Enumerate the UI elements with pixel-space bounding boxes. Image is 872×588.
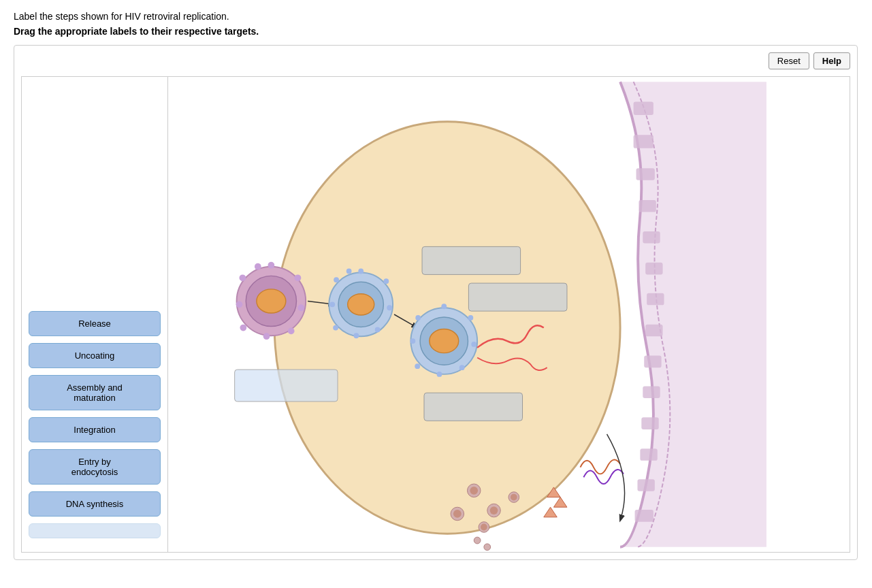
svg-point-31: [348, 294, 374, 315]
svg-rect-70: [235, 370, 338, 402]
svg-point-52: [415, 315, 421, 321]
svg-point-20: [295, 274, 302, 281]
svg-point-23: [263, 333, 270, 340]
svg-point-38: [329, 301, 335, 307]
label-uncoating[interactable]: Uncoating: [29, 343, 161, 368]
svg-rect-8: [647, 293, 664, 306]
reset-button[interactable]: Reset: [769, 52, 809, 69]
svg-point-32: [358, 269, 364, 274]
svg-point-34: [387, 305, 392, 310]
svg-point-35: [375, 327, 381, 333]
label-integration[interactable]: Integration: [29, 417, 161, 442]
svg-rect-14: [637, 479, 654, 491]
inner-container: Release Uncoating Assembly andmaturation…: [21, 76, 850, 553]
svg-point-22: [288, 328, 295, 335]
svg-point-36: [353, 333, 359, 338]
svg-point-60: [511, 494, 517, 501]
svg-point-24: [240, 325, 246, 331]
svg-marker-66: [553, 497, 567, 508]
svg-point-39: [334, 277, 339, 282]
svg-rect-13: [640, 448, 657, 461]
instruction-line2: Drag the appropriate labels to their res…: [14, 26, 858, 37]
svg-point-37: [333, 325, 338, 331]
svg-point-56: [490, 506, 498, 514]
svg-rect-10: [644, 356, 661, 368]
label-assembly[interactable]: Assembly andmaturation: [29, 375, 161, 410]
svg-rect-71: [424, 393, 523, 421]
labels-panel: Release Uncoating Assembly andmaturation…: [22, 77, 168, 552]
svg-point-50: [415, 363, 420, 369]
svg-rect-5: [639, 200, 656, 212]
svg-marker-67: [544, 507, 558, 517]
svg-point-45: [441, 304, 447, 309]
svg-rect-6: [643, 231, 660, 244]
svg-point-44: [430, 329, 459, 353]
svg-rect-4: [636, 168, 655, 180]
svg-point-47: [471, 342, 477, 347]
svg-point-18: [257, 289, 286, 313]
svg-rect-7: [645, 263, 662, 275]
outer-container: Reset Help Release Uncoating Assembly an…: [14, 45, 858, 560]
svg-rect-11: [643, 386, 660, 398]
label-extra[interactable]: [29, 523, 161, 538]
label-entry[interactable]: Entry byendocytosis: [29, 449, 161, 485]
svg-point-58: [453, 510, 462, 518]
svg-rect-15: [635, 510, 653, 522]
svg-rect-68: [422, 246, 521, 274]
svg-point-21: [297, 304, 304, 311]
svg-point-19: [268, 262, 274, 269]
svg-point-54: [470, 487, 478, 495]
diagram-area: [168, 77, 850, 552]
svg-rect-2: [634, 101, 653, 115]
svg-point-48: [459, 365, 465, 370]
svg-point-26: [239, 274, 246, 281]
svg-rect-12: [641, 417, 658, 429]
help-button[interactable]: Help: [813, 52, 850, 69]
svg-rect-3: [634, 135, 653, 148]
svg-point-25: [236, 301, 243, 308]
label-dna[interactable]: DNA synthesis: [29, 491, 161, 517]
instruction-line1: Label the steps shown for HIV retroviral…: [14, 11, 858, 22]
svg-point-46: [468, 315, 473, 321]
svg-point-33: [383, 278, 389, 284]
svg-point-40: [346, 269, 352, 274]
svg-rect-9: [645, 325, 662, 337]
svg-point-27: [255, 263, 261, 270]
svg-point-51: [410, 338, 415, 344]
label-release[interactable]: Release: [29, 311, 161, 336]
toolbar: Reset Help: [21, 52, 850, 69]
svg-point-63: [474, 537, 481, 544]
svg-point-64: [484, 544, 491, 551]
svg-rect-69: [468, 283, 567, 311]
svg-point-49: [437, 372, 442, 377]
svg-point-62: [481, 524, 487, 531]
